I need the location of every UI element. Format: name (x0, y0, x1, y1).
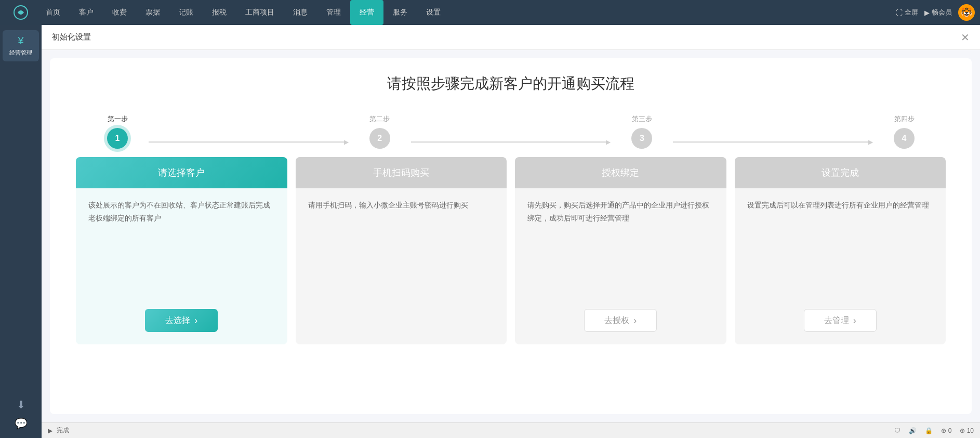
card-2-header: 手机扫码购买 (296, 157, 507, 188)
card-4-footer: 去管理 › (735, 301, 946, 344)
step-3-circle: 3 (631, 128, 652, 149)
nav-item-tax[interactable]: 报税 (203, 0, 236, 25)
step-1-label: 第一步 (108, 114, 128, 124)
step-card-1: 请选择客户 该处展示的客户为不在回收站、客户状态正常建账后完成老板端绑定的所有客… (76, 157, 287, 344)
connector-2: ▶ (411, 114, 611, 146)
status-right: 🛡 🔊 🔒 ⊕ 0 ⊕ 10 (894, 427, 974, 434)
nav-item-payment[interactable]: 收费 (103, 0, 136, 25)
step-4-circle: 4 (894, 128, 915, 149)
status-bar: ▶ 完成 🛡 🔊 🔒 ⊕ 0 ⊕ 10 (42, 422, 980, 438)
card-1-footer: 去选择 › (76, 301, 287, 344)
member-btn[interactable]: ▶ 畅会员 (924, 8, 952, 17)
step-2-circle: 2 (369, 128, 390, 149)
connector-1: ▶ (149, 114, 349, 146)
sidebar-item-operation[interactable]: ¥ 经营管理 (3, 30, 39, 61)
step-card-2: 手机扫码购买 请用手机扫码，输入小微企业主账号密码进行购买 (296, 157, 507, 344)
shield-icon: 🛡 (894, 427, 900, 434)
step-1-indicator: 第一步 1 (86, 114, 149, 149)
card-2-footer (296, 324, 507, 344)
step-3-label: 第三步 (632, 114, 652, 124)
card-4-body: 设置完成后可以在管理列表进行所有企业用户的经营管理 (735, 188, 946, 301)
nav-item-invoice[interactable]: 票据 (136, 0, 169, 25)
chat-icon[interactable]: 💬 (15, 417, 28, 430)
nav-items: 首页 客户 收费 票据 记账 报税 工商项目 消息 管理 经营 服务 设置 (36, 0, 896, 25)
fullscreen-btn[interactable]: ⛶ 全屏 (896, 8, 918, 17)
card-1-header: 请选择客户 (76, 157, 287, 188)
card-1-body: 该处展示的客户为不在回收站、客户状态正常建账后完成老板端绑定的所有客户 (76, 188, 287, 301)
nav-item-customer[interactable]: 客户 (70, 0, 103, 25)
nav-item-home[interactable]: 首页 (36, 0, 70, 25)
go-manage-button[interactable]: 去管理 › (804, 309, 877, 332)
cards-row: 请选择客户 该处展示的客户为不在回收站、客户状态正常建账后完成老板端绑定的所有客… (76, 157, 946, 344)
step-1-circle: 1 (107, 128, 128, 149)
card-2-body: 请用手机扫码，输入小微企业主账号密码进行购买 (296, 188, 507, 324)
step-card-4: 设置完成 设置完成后可以在管理列表进行所有企业用户的经营管理 去管理 › (735, 157, 946, 344)
card-3-body: 请先购买，购买后选择开通的产品中的企业用户进行授权绑定，成功后即可进行经营管理 (515, 188, 726, 301)
card-3-header: 授权绑定 (515, 157, 726, 188)
avatar[interactable]: 🐯 (958, 4, 975, 21)
connector-3: ▶ (673, 114, 873, 146)
nav-item-message[interactable]: 消息 (284, 0, 317, 25)
step-4-indicator: 第四步 4 (873, 114, 935, 149)
page-title: 初始化设置 (52, 32, 91, 42)
step-card-3: 授权绑定 请先购买，购买后选择开通的产品中的企业用户进行授权绑定，成功后即可进行… (515, 157, 726, 344)
nav-item-service[interactable]: 服务 (383, 0, 417, 25)
close-button[interactable]: ✕ (961, 31, 970, 44)
card-3-footer: 去授权 › (515, 301, 726, 344)
nav-item-settings[interactable]: 设置 (417, 0, 450, 25)
go-select-button[interactable]: 去选择 › (145, 309, 218, 332)
nav-item-operation[interactable]: 经营 (350, 0, 383, 25)
sidebar: ¥ 经营管理 ⬇ 💬 (0, 25, 42, 438)
nav-logo (5, 5, 36, 20)
wizard-container: 请按照步骤完成新客户的开通购买流程 第一步 1 ▶ 第二步 2 (50, 58, 972, 414)
wizard-title: 请按照步骤完成新客户的开通购买流程 (76, 74, 946, 94)
card-4-header: 设置完成 (735, 157, 946, 188)
step-2-indicator: 第二步 2 (349, 114, 411, 149)
go-authorize-button[interactable]: 去授权 › (584, 309, 657, 332)
nav-right: ⛶ 全屏 ▶ 畅会员 🐯 (896, 4, 975, 21)
download-icon[interactable]: ⬇ (17, 398, 25, 411)
notification-count-1: ⊕ 0 (941, 427, 951, 434)
notification-count-2: ⊕ 10 (960, 427, 974, 434)
nav-item-bookkeeping[interactable]: 记账 (169, 0, 203, 25)
status-text: 完成 (57, 426, 69, 435)
nav-item-manage[interactable]: 管理 (317, 0, 350, 25)
step-4-label: 第四步 (894, 114, 915, 124)
main-layout: ¥ 经营管理 ⬇ 💬 初始化设置 ✕ 请按照步骤完成新客户的开通购买流程 第一步… (0, 25, 980, 438)
content-area: 初始化设置 ✕ 请按照步骤完成新客户的开通购买流程 第一步 1 ▶ (42, 25, 980, 438)
step-2-label: 第二步 (369, 114, 390, 124)
yuan-icon: ¥ (18, 35, 23, 47)
lock-icon: 🔒 (925, 427, 933, 434)
volume-icon: 🔊 (909, 427, 917, 434)
step-3-indicator: 第三步 3 (611, 114, 673, 149)
sidebar-bottom: ⬇ 💬 (15, 398, 28, 430)
top-nav: 首页 客户 收费 票据 记账 报税 工商项目 消息 管理 经营 服务 设置 ⛶ … (0, 0, 980, 25)
nav-item-business[interactable]: 工商项目 (236, 0, 284, 25)
content-header: 初始化设置 ✕ (42, 25, 980, 50)
play-icon: ▶ (48, 427, 52, 434)
sidebar-item-label: 经营管理 (9, 49, 32, 57)
